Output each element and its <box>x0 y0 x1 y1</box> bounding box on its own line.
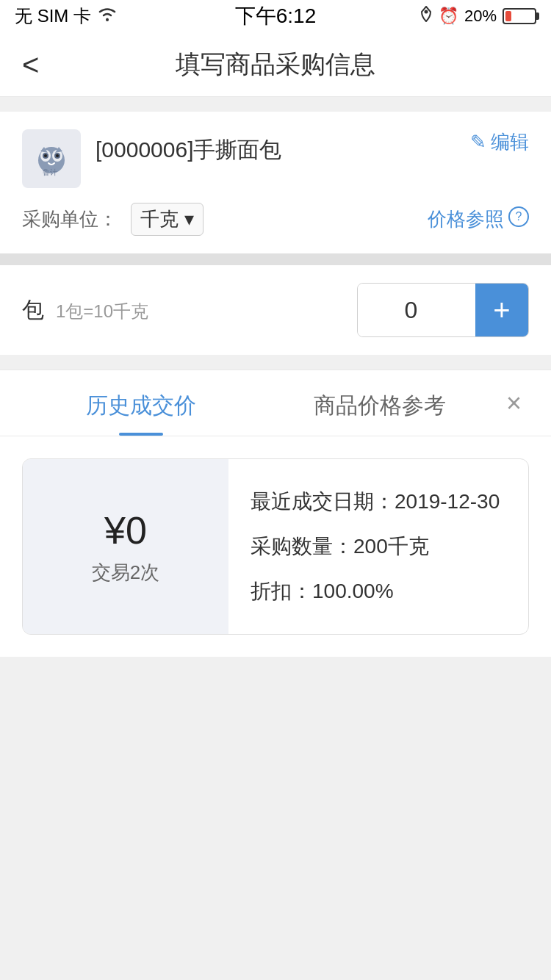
quantity-increment-button[interactable]: + <box>475 284 528 336</box>
discount-value: 100.00% <box>312 580 394 602</box>
edit-label: 编辑 <box>491 129 529 155</box>
tab-product-price-ref-label: 商品价格参考 <box>314 393 446 417</box>
quantity-input[interactable] <box>358 284 475 336</box>
carrier-label: 无 SIM 卡 <box>15 4 91 28</box>
svg-text:?: ? <box>516 210 522 223</box>
product-header: 鲁计 [0000006]手撕面包 ✎ 编辑 <box>22 129 529 188</box>
chevron-down-icon: ▾ <box>184 208 194 231</box>
unit-select[interactable]: 千克 ▾ <box>131 203 204 236</box>
quantity-label: 采购数量： <box>251 535 353 558</box>
purchase-quantity-row: 采购数量：200千克 <box>251 530 506 563</box>
battery-percent: 20% <box>464 7 497 26</box>
discount-label: 折扣： <box>251 580 312 602</box>
tab-history-price-label: 历史成交价 <box>86 393 196 417</box>
transaction-price-left: ¥0 交易2次 <box>23 459 228 634</box>
edit-button[interactable]: ✎ 编辑 <box>470 129 529 155</box>
tab-history-price[interactable]: 历史成交价 <box>22 370 260 436</box>
transaction-price: ¥0 <box>104 508 147 552</box>
price-value: 0 <box>126 509 147 552</box>
quantity-value: 200千克 <box>353 535 429 558</box>
svg-point-7 <box>44 154 47 157</box>
product-thumbnail: 鲁计 <box>22 129 81 188</box>
price-reference-button[interactable]: 价格参照 ? <box>428 206 529 232</box>
quantity-control: + <box>357 283 529 337</box>
tab-product-price-reference[interactable]: 商品价格参考 <box>260 370 498 436</box>
close-icon: × <box>506 388 522 419</box>
svg-point-0 <box>106 18 109 21</box>
currency-symbol: ¥ <box>104 509 126 552</box>
status-time: 下午6:12 <box>235 2 317 30</box>
wifi-icon <box>97 6 118 26</box>
section-divider <box>0 253 551 265</box>
product-owl-icon: 鲁计 <box>29 134 73 184</box>
tabs-container: 历史成交价 商品价格参考 × ¥0 交易2次 最近成交日期：2019-12-30… <box>0 370 551 657</box>
tab-content-history: ¥0 交易2次 最近成交日期：2019-12-30 采购数量：200千克 折扣：… <box>0 436 551 657</box>
unit-label: 采购单位： <box>22 208 118 230</box>
quantity-unit: 包 <box>22 295 44 325</box>
price-ref-label: 价格参照 <box>428 206 504 232</box>
alarm-icon: ⏰ <box>439 7 458 26</box>
unit-value: 千克 <box>140 206 179 232</box>
main-background <box>0 657 551 980</box>
transaction-count: 交易2次 <box>92 560 159 586</box>
transaction-details-right: 最近成交日期：2019-12-30 采购数量：200千克 折扣：100.00% <box>228 459 528 634</box>
quantity-left: 包 1包=10千克 <box>22 295 148 325</box>
recent-date-label: 最近成交日期： <box>251 490 395 513</box>
product-card: 鲁计 [0000006]手撕面包 ✎ 编辑 采购单位： 千克 ▾ 价格参照 ? <box>0 112 551 253</box>
transaction-card: ¥0 交易2次 最近成交日期：2019-12-30 采购数量：200千克 折扣：… <box>22 458 529 635</box>
battery-icon <box>503 8 536 24</box>
unit-selector-area: 采购单位： 千克 ▾ <box>22 203 204 236</box>
help-icon: ? <box>508 206 529 232</box>
svg-text:鲁计: 鲁计 <box>43 168 57 176</box>
status-bar: 无 SIM 卡 下午6:12 ⏰ 20% <box>0 0 551 32</box>
tab-close-button[interactable]: × <box>499 381 529 426</box>
status-left: 无 SIM 卡 <box>15 4 118 28</box>
product-name: [0000006]手撕面包 <box>96 135 281 165</box>
recent-date-row: 最近成交日期：2019-12-30 <box>251 486 506 519</box>
back-button[interactable]: < <box>22 50 39 79</box>
quantity-conversion: 1包=10千克 <box>56 300 148 323</box>
recent-date-value: 2019-12-30 <box>395 490 500 513</box>
edit-icon: ✎ <box>470 131 486 154</box>
product-unit-row: 采购单位： 千克 ▾ 价格参照 ? <box>22 203 529 236</box>
svg-point-8 <box>56 154 59 157</box>
status-right: ⏰ 20% <box>419 6 536 26</box>
svg-point-1 <box>424 10 428 14</box>
quantity-row: 包 1包=10千克 + <box>0 265 551 355</box>
discount-row: 折扣：100.00% <box>251 575 506 608</box>
location-icon <box>419 6 433 26</box>
product-left: 鲁计 [0000006]手撕面包 <box>22 129 281 188</box>
tabs-header: 历史成交价 商品价格参考 × <box>0 370 551 436</box>
nav-bar: < 填写商品采购信息 <box>0 32 551 97</box>
page-title: 填写商品采购信息 <box>176 48 375 82</box>
